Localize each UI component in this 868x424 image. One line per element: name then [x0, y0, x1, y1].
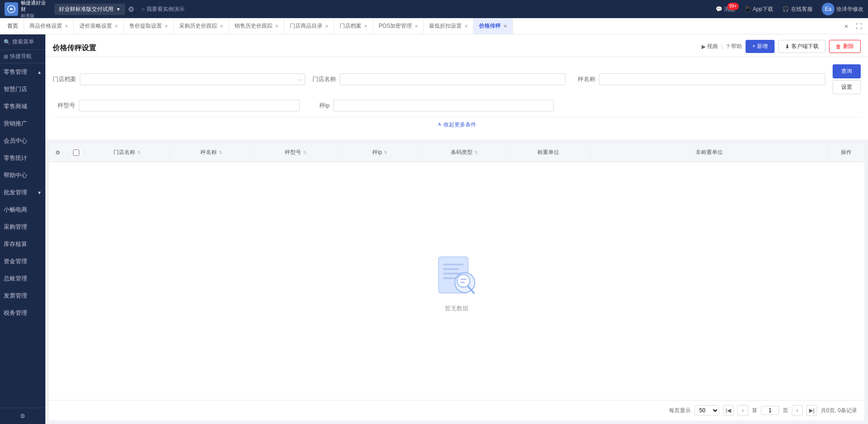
sidebar-item-retail-mall[interactable]: 零售商城 [0, 98, 45, 115]
page-size-label: 每页显示 [669, 407, 691, 414]
scale-ip-label: 秤ip [307, 101, 330, 110]
headset-icon: 🎧 [782, 6, 789, 12]
first-page-button[interactable]: |◀ [723, 405, 734, 416]
sidebar-quick-nav[interactable]: ⊞ 快捷导航 [0, 50, 45, 63]
store-archive-input[interactable] [80, 73, 305, 85]
page-number-input[interactable] [761, 406, 779, 415]
sidebar-item-tax[interactable]: 税务管理 [0, 304, 45, 322]
top-selector[interactable]: 好业财标准版交付试用 ▼ [54, 4, 125, 15]
tab-close-icon[interactable]: × [464, 23, 468, 29]
sidebar-item-inventory[interactable]: 库存核算 [0, 236, 45, 253]
svg-point-7 [457, 275, 470, 287]
scale-model-label: 秤型号 [53, 101, 75, 110]
th-scale-model[interactable]: 秤型号 ⇅ [254, 149, 338, 156]
th-scale-name[interactable]: 秤名称 ⇅ [170, 149, 254, 156]
tab-close-icon[interactable]: × [275, 23, 278, 29]
store-name-label: 门店名称 [312, 75, 336, 83]
svg-rect-2 [443, 264, 463, 265]
scale-model-input[interactable] [79, 100, 300, 111]
close-tab-button[interactable]: × [841, 21, 852, 32]
th-checkbox[interactable] [67, 149, 85, 156]
sidebar-item-ledger[interactable]: 总账管理 [0, 270, 45, 287]
messages-button[interactable]: 💬 消息 99+ [716, 5, 735, 13]
sidebar-item-retail[interactable]: 零售管理 ▲ [0, 63, 45, 81]
svg-rect-5 [443, 277, 457, 279]
select-all-checkbox[interactable] [73, 149, 79, 156]
query-buttons: 查询 设置 [833, 64, 861, 94]
chevron-up-icon: ∧ [438, 121, 442, 129]
table-area: ⚙ 门店名称 ⇅ 秤名称 ⇅ 秤型号 ⇅ [49, 143, 864, 420]
th-scale-ip[interactable]: 秤ip ⇅ [338, 149, 422, 156]
delete-button[interactable]: 🗑 删除 [829, 40, 861, 53]
svg-rect-3 [443, 268, 459, 270]
last-page-button[interactable]: ▶| [806, 405, 817, 416]
th-store-name[interactable]: 门店名称 ⇅ [85, 149, 170, 156]
tab-pos-manage[interactable]: POS加密管理 × [373, 18, 424, 34]
scale-name-input[interactable] [599, 73, 825, 85]
th-barcode-type[interactable]: 条码类型 ⇅ [422, 149, 507, 156]
sidebar-item-help[interactable]: 帮助中心 [0, 167, 45, 184]
sidebar-gear-button[interactable]: ⚙ [0, 408, 45, 424]
next-page-button[interactable]: › [792, 405, 803, 416]
settings-icon[interactable]: ⚙ [128, 5, 134, 14]
more-icon[interactable]: ··· [297, 76, 302, 83]
add-button[interactable]: + 新增 [746, 40, 775, 53]
tab-store-archive[interactable]: 门店档案 × [334, 18, 373, 34]
help-link[interactable]: ? 帮助 [727, 43, 742, 50]
chevron-down-icon: ▼ [116, 7, 121, 12]
tab-price-scale[interactable]: 价格传秤 × [473, 18, 512, 34]
tab-min-discount[interactable]: 最低折扣设置 × [424, 18, 473, 34]
video-link[interactable]: ▶ 视频 [702, 43, 718, 50]
download-button[interactable]: ⬇ 客户端下载 [778, 40, 825, 53]
sidebar-item-member[interactable]: 会员中心 [0, 132, 45, 149]
top-bar: 畅捷通好业财 标准版 好业财标准版交付试用 ▼ ⚙ ○ 我要看实例演示 💬 消息… [0, 0, 868, 18]
tab-sale-history[interactable]: 销售历史价跟踪 × [229, 18, 284, 34]
first-page-icon: |◀ [726, 407, 731, 414]
filter-scale-name: 秤名称 [573, 73, 825, 85]
tab-home[interactable]: 首页 [2, 18, 24, 34]
app-download-button[interactable]: 📱 App下载 [744, 5, 773, 13]
sidebar: 🔍 搜索菜单 ⊞ 快捷导航 零售管理 ▲ 智慧门店 零售商城 营销推广 会员中心 [0, 34, 45, 424]
tab-close-icon[interactable]: × [325, 23, 328, 29]
filter-scale-ip: 秤ip [307, 100, 554, 111]
filter-store-name: 门店名称 [312, 73, 565, 85]
sort-icon: ⇅ [384, 150, 387, 155]
sidebar-item-xiaochang[interactable]: 小畅电商 [0, 201, 45, 218]
gear-icon: ⚙ [20, 413, 25, 419]
logo-text: 畅捷通好业财 标准版 [21, 0, 50, 19]
sidebar-item-finance[interactable]: 资金管理 [0, 253, 45, 270]
tab-close-icon[interactable]: × [503, 23, 507, 29]
tab-close-icon[interactable]: × [115, 23, 118, 29]
demo-link[interactable]: ○ 我要看实例演示 [141, 5, 185, 13]
svg-rect-9 [460, 279, 467, 280]
sidebar-item-wholesale[interactable]: 批发管理 ▼ [0, 184, 45, 201]
sidebar-search[interactable]: 🔍 搜索菜单 [0, 34, 45, 50]
tab-close-icon[interactable]: × [165, 23, 168, 29]
tab-purchase-history[interactable]: 采购历史价跟踪 × [174, 18, 229, 34]
query-button[interactable]: 查询 [833, 64, 861, 78]
page-size-select[interactable]: 20 50 100 200 [694, 405, 719, 415]
tab-sale-price[interactable]: 售价提取设置 × [124, 18, 174, 34]
prev-page-button[interactable]: ‹ [737, 405, 748, 416]
tab-close-icon[interactable]: × [65, 23, 68, 29]
sidebar-item-marketing[interactable]: 营销推广 [0, 115, 45, 132]
tab-close-icon[interactable]: × [220, 23, 223, 29]
tab-purchase-strategy[interactable]: 进价策略设置 × [74, 18, 124, 34]
sidebar-item-smart-store[interactable]: 智慧门店 [0, 81, 45, 98]
set-button[interactable]: 设置 [833, 80, 861, 94]
store-name-input[interactable] [340, 73, 565, 85]
sidebar-item-retail-stats[interactable]: 零售统计 [0, 149, 45, 167]
tab-goods-price[interactable]: 商品价格设置 × [24, 18, 74, 34]
scale-ip-input[interactable] [333, 100, 554, 111]
user-profile-button[interactable]: Ea 徐泽华修改 [822, 3, 863, 15]
table-body: 暂无数据 [49, 162, 864, 400]
sidebar-item-invoice[interactable]: 发票管理 [0, 287, 45, 304]
expand-tab-button[interactable]: ⛶ [853, 21, 864, 32]
online-service-button[interactable]: 🎧 在线客服 [782, 5, 813, 13]
tab-close-icon[interactable]: × [364, 23, 367, 29]
th-settings[interactable]: ⚙ [49, 149, 67, 156]
filter-collapse-button[interactable]: ∧ 收起更多条件 [53, 117, 861, 132]
tab-close-icon[interactable]: × [414, 23, 418, 29]
tab-store-catalog[interactable]: 门店商品目录 × [284, 18, 334, 34]
sidebar-item-purchase[interactable]: 采购管理 [0, 218, 45, 236]
